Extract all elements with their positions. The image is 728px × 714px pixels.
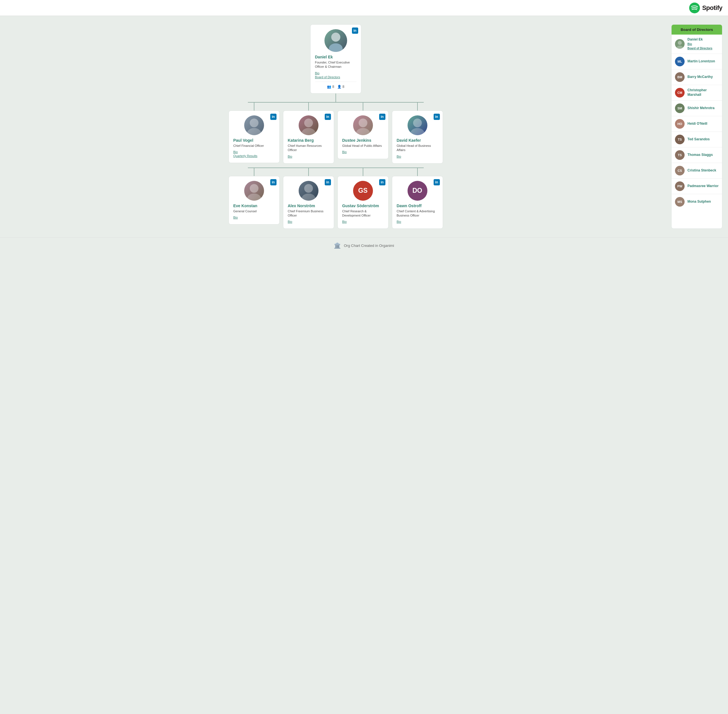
child-card: in Alex NorströmChief Freemium Business … (283, 176, 334, 229)
sidebar-avatar: HO (675, 119, 684, 129)
sidebar-avatar: PW (675, 182, 684, 191)
linkedin-icon[interactable]: in (325, 114, 331, 120)
sidebar-header: Board of Directors (672, 25, 722, 34)
linkedin-icon-root[interactable]: in (352, 27, 358, 34)
board-of-directors-panel: Board of Directors Daniel EkBioBoard of … (671, 24, 722, 229)
root-node: in Daniel Ek Founder, Chief Executive Of… (310, 24, 361, 102)
bio-link[interactable]: Bio (288, 155, 329, 158)
child-card: in David KaeferGlobal Head of Business A… (392, 111, 443, 164)
sidebar-avatar: BM (675, 72, 684, 82)
sidebar-member-item[interactable]: MSMona Sutphen (672, 194, 722, 210)
svg-point-4 (247, 128, 261, 135)
reports-icon: 👥 (327, 85, 331, 89)
svg-point-10 (410, 128, 424, 135)
sidebar-member-item[interactable]: TSTed Sarandos (672, 132, 722, 147)
linkedin-icon[interactable]: in (270, 179, 277, 185)
avatar-david-kaefer (408, 116, 427, 135)
child-connector (254, 103, 254, 111)
sidebar-member-name: Christopher Marshall (687, 88, 719, 97)
root-name: Daniel Ek (315, 55, 356, 59)
sidebar-member-name: Heidi O'Neill (687, 122, 707, 126)
card-title: Chief Financial Officer (233, 144, 275, 148)
svg-point-16 (676, 46, 683, 49)
linkedin-icon[interactable]: in (379, 179, 385, 185)
organimi-icon: 🏛️ (334, 242, 341, 249)
card-title: Chief Research & Development Officer (342, 209, 384, 218)
child-connector (308, 168, 309, 176)
sidebar-member-item[interactable]: SMShishir Mehrotra (672, 100, 722, 116)
sidebar-avatar: CS (675, 166, 684, 176)
avatar-dustee-jenkins (353, 116, 373, 135)
root-card: in Daniel Ek Founder, Chief Executive Of… (310, 24, 361, 93)
child-card: in Paul VogelChief Financial OfficerBioQ… (229, 111, 280, 163)
sidebar-member-item[interactable]: BMBarry McCarthy (672, 69, 722, 85)
child-col-katarina-berg: in Katarina BergChief Human Resources Of… (283, 103, 334, 164)
linkedin-icon[interactable]: in (434, 114, 440, 120)
child-connector (254, 168, 254, 176)
linkedin-icon[interactable]: in (434, 179, 440, 185)
sidebar-member-item[interactable]: HOHeidi O'Neill (672, 116, 722, 132)
bio-link[interactable]: Bio (397, 220, 438, 224)
sidebar-member-name: Ted Sarandos (687, 137, 710, 142)
bio-link[interactable]: Bio (397, 155, 438, 158)
sidebar-member-item[interactable]: TSThomas Staggs (672, 147, 722, 163)
child-connector (363, 103, 363, 111)
spotify-brand-name: Spotify (702, 4, 722, 12)
child-col-eve-konstan: in Eve KonstanGeneral CounselBio (229, 168, 280, 229)
org-chart-area: in Daniel Ek Founder, Chief Executive Of… (6, 24, 666, 229)
child-col-alex-norström: in Alex NorströmChief Freemium Business … (283, 168, 334, 229)
child-card: inGSGustav SöderströmChief Research & De… (337, 176, 388, 229)
sidebar-member-item[interactable]: CSCristina Stenbeck (672, 163, 722, 178)
bio-link[interactable]: Bio (342, 220, 384, 224)
bio-link[interactable]: Bio (342, 150, 384, 154)
card-title: Chief Human Resources Officer (288, 144, 329, 153)
children-row-2: in Eve KonstanGeneral CounselBioin Alex … (6, 168, 666, 229)
sidebar-member-item[interactable]: Daniel EkBioBoard of Directors (672, 34, 722, 54)
svg-point-14 (301, 193, 315, 200)
bio-link[interactable]: Bio (288, 220, 329, 224)
child-connector (417, 103, 418, 111)
spotify-logo: Spotify (689, 3, 722, 14)
svg-point-5 (304, 118, 313, 127)
bio-link[interactable]: Bio (233, 216, 275, 219)
sidebar-avatar: ML (675, 57, 684, 66)
child-card: inDODawn OstroffChief Content & Advertis… (392, 176, 443, 229)
svg-point-7 (358, 118, 367, 127)
linkedin-icon[interactable]: in (379, 114, 385, 120)
child-col-david-kaefer: in David KaeferGlobal Head of Business A… (392, 103, 443, 164)
linkedin-icon[interactable]: in (270, 114, 277, 120)
svg-point-8 (356, 128, 370, 135)
card-name: Eve Konstan (233, 204, 275, 208)
bio-link[interactable]: Bio (233, 150, 275, 154)
sidebar-member-name: Mona Sutphen (687, 200, 711, 204)
svg-point-13 (304, 184, 313, 193)
card-title: Global Head of Business Affairs (397, 144, 438, 153)
card-name: Gustav Söderström (342, 204, 384, 208)
sidebar-avatar: MS (675, 197, 684, 207)
root-bod-link[interactable]: Board of Directors (315, 75, 356, 79)
sidebar-member-item[interactable]: PWPadmasree Warrior (672, 178, 722, 194)
sidebar-avatar (675, 39, 684, 49)
sidebar-member-name: Shishir Mehrotra (687, 106, 714, 111)
card-name: Alex Norström (288, 204, 329, 208)
avatar-paul-vogel (244, 116, 264, 135)
extra-link[interactable]: Quarterly Results (233, 154, 275, 158)
avatar-daniel-ek (325, 29, 347, 52)
card-title: Global Head of Public Affairs (342, 144, 384, 148)
card-name: Dawn Ostroff (397, 204, 438, 208)
sidebar-avatar: SM (675, 104, 684, 113)
spotify-icon (689, 3, 700, 14)
avatar-gustav-söderström: GS (353, 181, 373, 201)
badge-reports: 👥 8 (327, 85, 334, 89)
sidebar-member-item[interactable]: MLMartin Lorentzon (672, 54, 722, 69)
children-row-1: in Paul VogelChief Financial OfficerBioQ… (6, 103, 666, 164)
linkedin-icon[interactable]: in (325, 179, 331, 185)
child-connector (417, 168, 418, 176)
child-card: in Eve KonstanGeneral CounselBio (229, 176, 280, 225)
sidebar-member-item[interactable]: CMChristopher Marshall (672, 85, 722, 100)
card-title: Chief Freemium Business Officer (288, 209, 329, 218)
avatar-eve-konstan (244, 181, 264, 201)
root-down-connector (335, 93, 336, 102)
root-bio-link[interactable]: Bio (315, 71, 356, 75)
svg-point-2 (329, 44, 343, 52)
